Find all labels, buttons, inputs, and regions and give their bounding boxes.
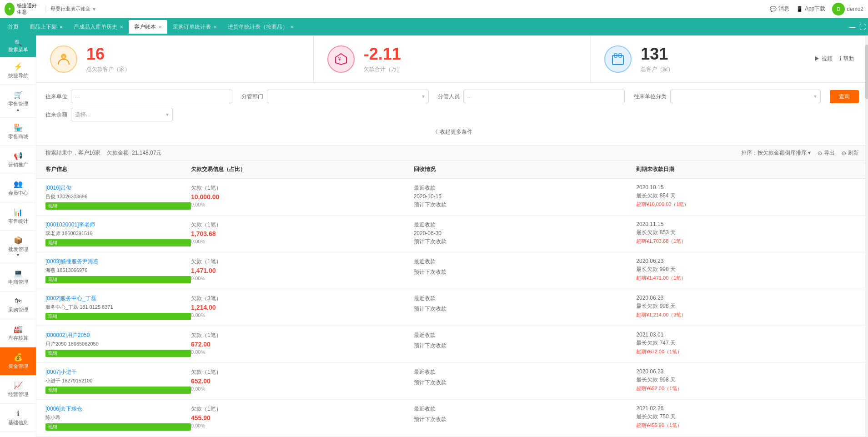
tab-products[interactable]: 商品上下架 ✕ xyxy=(24,20,68,34)
filter-area: 往来单位 ... 分管部门 ▾ 分管人员 ... xyxy=(36,83,868,146)
customer-name-link-6[interactable]: [0006]去下粮仓 xyxy=(45,405,191,413)
supplier-input[interactable]: ... xyxy=(71,90,232,103)
debt-info-5: 欠款（1笔） 652.00 0.00% xyxy=(191,368,414,394)
video-icon: ▶ xyxy=(814,55,820,62)
customer-name-link-1[interactable]: [0001020001]李老师 xyxy=(45,221,191,229)
overdue-link-5[interactable]: 超期¥652.00（1笔） xyxy=(636,385,859,392)
customer-badge-6: 现销 xyxy=(45,423,191,431)
scrollbar-thumb[interactable] xyxy=(865,45,868,99)
balance-label: 往来余额 xyxy=(45,111,67,119)
filter-row-2: 往来余额 选择... ▾ xyxy=(45,108,859,121)
tabs-bar: 首页 商品上下架 ✕ 产成品入库单历史 ✕ 客户账本 ✕ 采购订单统计表 ✕ 进… xyxy=(0,18,868,35)
dropdown-icon[interactable]: ▾ xyxy=(93,6,95,12)
customer-info-1: [0001020001]李老师 李老师 18600391516 现销 xyxy=(45,221,191,246)
recovery-info-0: 最近收款 2020-10-15 预计下次收款 xyxy=(414,184,637,210)
category-input[interactable]: ▾ xyxy=(670,90,821,103)
sidebar-item-retail-stats[interactable]: 📊 零售统计 xyxy=(0,202,36,231)
svg-text:¥: ¥ xyxy=(62,55,65,59)
quick-nav-label: 快捷导航 xyxy=(8,72,28,79)
recovery-info-2: 最近收款 预计下次收款 xyxy=(414,258,637,283)
sidebar-item-basic-info[interactable]: ℹ 基础信息 xyxy=(0,404,36,432)
customer-name-link-5[interactable]: [0007]小进干 xyxy=(45,368,191,376)
sidebar-item-operations[interactable]: 📈 经营管理 xyxy=(0,376,36,404)
avatar: D xyxy=(832,3,845,15)
main-content: ¥ 16 总欠款客户（家） ¥ -2.11 欠款合计（万） xyxy=(36,35,868,437)
tab-close-purchase[interactable]: ✕ xyxy=(213,25,217,30)
sidebar-item-finance[interactable]: 💰 资金管理 xyxy=(0,347,36,376)
tab-home[interactable]: 首页 xyxy=(2,20,24,34)
sidebar-item-inventory[interactable]: 🏭 库存核算 xyxy=(0,319,36,347)
tabs-minimize-icon[interactable]: — xyxy=(849,23,856,30)
manager-input[interactable]: ... xyxy=(463,90,625,103)
debt-info-4: 欠款（1笔） 672.00 0.00% xyxy=(191,332,414,357)
manager-label: 分管人员 xyxy=(438,93,460,100)
tab-purchase-order[interactable]: 采购订单统计表 ✕ xyxy=(167,20,222,34)
overdue-link-4[interactable]: 超期¥672.00（1笔） xyxy=(636,348,859,355)
tabs-maximize-icon[interactable]: ⛶ xyxy=(859,23,866,30)
customer-info-0: [0016]吕俊 吕俊 13026203696 现销 xyxy=(45,184,191,210)
arrow-icon: ▲ xyxy=(16,107,20,112)
customer-name-link-3[interactable]: [0002]服务中心_丁磊 xyxy=(45,295,191,302)
sidebar-item-retail-mall[interactable]: 🏪 零售商城 xyxy=(0,118,36,146)
user-avatar[interactable]: D demo2 xyxy=(832,3,863,15)
customer-badge-3: 现销 xyxy=(45,313,191,320)
sort-dropdown-icon[interactable]: ▾ xyxy=(808,150,811,156)
sidebar-item-ecommerce[interactable]: 💻 电商管理 xyxy=(0,263,36,291)
refresh-btn[interactable]: ⊙ 刷新 xyxy=(842,149,859,157)
quick-nav-icon: ⚡ xyxy=(14,62,23,71)
tab-close-import[interactable]: ✕ xyxy=(290,25,294,30)
export-btn[interactable]: ⊙ 导出 xyxy=(818,149,835,157)
customer-contact-1: 李老师 18600391516 xyxy=(45,230,191,237)
customer-name-link-4[interactable]: [000002]用户2050 xyxy=(45,332,191,339)
svg-text:¥: ¥ xyxy=(338,57,341,62)
customer-name-link-2[interactable]: [0003]畅捷服务尹海燕 xyxy=(45,258,191,266)
sidebar-item-retail-mgmt[interactable]: 🛒 零售管理 ▲ xyxy=(0,85,36,118)
video-btn[interactable]: ▶ 视频 xyxy=(814,55,832,63)
overdue-link-1[interactable]: 超期¥1,703.68（1笔） xyxy=(636,238,859,245)
dept-input[interactable]: ▾ xyxy=(267,90,428,103)
col-overdue: 到期未收款日期 xyxy=(636,166,859,173)
tab-production[interactable]: 产成品入库单历史 ✕ xyxy=(68,20,129,34)
sidebar-item-purchase[interactable]: 🛍 采购管理 xyxy=(0,291,36,319)
customer-name-link-0[interactable]: [0016]吕俊 xyxy=(45,184,191,192)
recovery-info-4: 最近收款 预计下次收款 xyxy=(414,332,637,357)
debt-customers-value: 16 xyxy=(86,45,130,64)
collapse-btn[interactable]: 《 收起更多条件 xyxy=(45,126,859,138)
tab-close-customer[interactable]: ✕ xyxy=(158,25,162,30)
stats-row: ¥ 16 总欠款客户（家） ¥ -2.11 欠款合计（万） xyxy=(36,35,868,83)
sidebar-item-marketing[interactable]: 📢 营销推广 xyxy=(0,146,36,174)
help-btn[interactable]: ℹ 帮助 xyxy=(839,55,854,63)
overdue-info-1: 2020.11.15 最长欠款 853 天 超期¥1,703.68（1笔） xyxy=(636,221,859,246)
results-summary: 搜索结果中，客户16家 欠款金额 -21,148.07元 xyxy=(45,149,161,157)
overdue-link-6[interactable]: 超期¥455.90（1笔） xyxy=(636,422,859,429)
table-row: [0002]服务中心_丁磊 服务中心_丁磊 181 0125 8371 现销 欠… xyxy=(36,289,868,326)
dept-dropdown-icon: ▾ xyxy=(422,93,425,100)
tab-close-production[interactable]: ✕ xyxy=(120,25,123,30)
tab-import-stats[interactable]: 进货单统计表（按商品） ✕ xyxy=(222,20,299,34)
sidebar-item-quick-nav[interactable]: ⚡ 快捷导航 xyxy=(0,57,36,85)
debt-amount-icon: ¥ xyxy=(327,45,355,73)
overdue-link-2[interactable]: 超期¥1,471.00（1笔） xyxy=(636,275,859,281)
overdue-info-4: 2021.03.01 最长欠款 747 天 超期¥672.00（1笔） xyxy=(636,332,859,357)
tab-customer-account[interactable]: 客户账本 ✕ xyxy=(129,20,167,34)
app-download-btn[interactable]: 📱 App下载 xyxy=(796,5,825,13)
filter-dept: 分管部门 ▾ xyxy=(241,90,428,103)
overdue-link-3[interactable]: 超期¥1,214.00（3笔） xyxy=(636,311,859,318)
message-btn[interactable]: 💬 消息 xyxy=(770,5,789,13)
overdue-info-6: 2021.02.26 最长欠款 750 天 超期¥455.90（1笔） xyxy=(636,405,859,431)
sidebar-item-member[interactable]: 👥 会员中心 xyxy=(0,174,36,202)
customer-contact-5: 小进干 18279152100 xyxy=(45,377,191,384)
sidebar-item-system[interactable]: ⚙ 系统管理 xyxy=(0,432,36,437)
sidebar-search[interactable]: 🔍 搜索菜单 xyxy=(0,35,36,57)
layout: 🔍 搜索菜单 ⚡ 快捷导航 🛒 零售管理 ▲ 🏪 零售商城 📢 营销推广 👥 会… xyxy=(0,35,868,437)
tabs-actions: — ⛶ xyxy=(849,23,866,30)
customer-badge-1: 现销 xyxy=(45,239,191,246)
stat-total-customers: 131 总客户（家） ▶ 视频 ℹ 帮助 xyxy=(591,35,868,82)
sidebar-item-batch-mgmt[interactable]: 📦 批发管理 ▼ xyxy=(0,231,36,263)
overdue-link-0[interactable]: 超期¥10,000.00（1笔） xyxy=(636,201,859,208)
stat-debt-amount-text: -2.11 欠款合计（万） xyxy=(364,45,402,73)
recovery-info-1: 最近收款 2020-06-30 预计下次收款 xyxy=(414,221,637,246)
query-button[interactable]: 查询 xyxy=(830,90,859,103)
tab-close-products[interactable]: ✕ xyxy=(59,25,63,30)
balance-select[interactable]: 选择... ▾ xyxy=(71,108,173,121)
